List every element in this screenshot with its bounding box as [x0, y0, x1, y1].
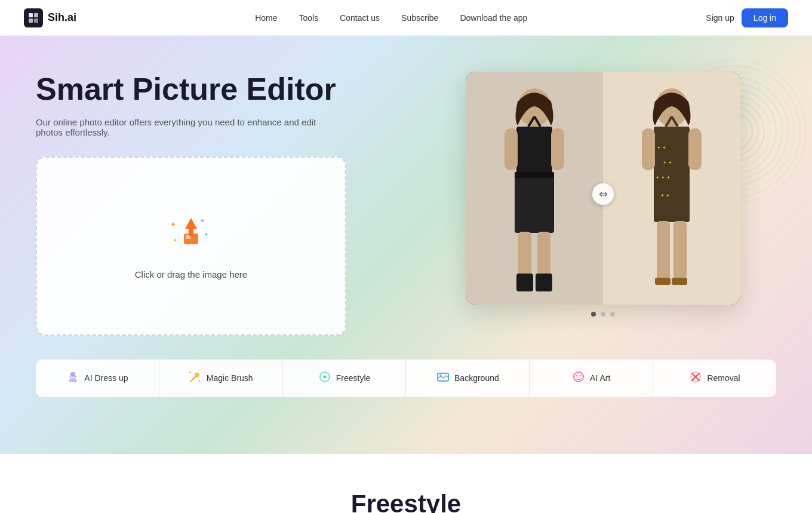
hero-subtitle: Our online photo editor offers everythin… — [36, 117, 322, 137]
svg-rect-33 — [516, 127, 552, 174]
svg-point-59 — [70, 372, 75, 377]
svg-rect-35 — [551, 128, 564, 170]
upload-prompt: Click or drag the image here — [135, 269, 247, 279]
svg-rect-37 — [515, 172, 554, 178]
tool-removal[interactable]: Removal — [653, 360, 776, 397]
comparison-left-image — [466, 72, 603, 305]
svg-text:✦ ✦ ✦: ✦ ✦ ✦ — [656, 175, 670, 180]
svg-rect-30 — [189, 226, 193, 236]
freestyle-icon — [318, 370, 331, 386]
hero-left: Smart Picture Editor Our online photo ed… — [36, 72, 346, 336]
svg-rect-39 — [537, 232, 550, 279]
svg-text:✦ ✦: ✦ ✦ — [660, 193, 670, 198]
magic-brush-icon: ✦ ✦ — [189, 370, 202, 386]
svg-rect-41 — [536, 274, 552, 291]
tool-ai-art[interactable]: AI Art — [530, 360, 653, 397]
svg-rect-52 — [688, 128, 702, 170]
svg-rect-56 — [672, 278, 687, 285]
svg-rect-55 — [655, 278, 670, 285]
svg-text:✦: ✦ — [204, 232, 208, 237]
nav-download[interactable]: Download the app — [460, 13, 527, 23]
svg-rect-46 — [654, 127, 690, 222]
freestyle-title: Freestyle — [36, 490, 776, 513]
svg-text:✦ ✦: ✦ ✦ — [663, 160, 672, 165]
svg-rect-2 — [29, 19, 33, 23]
nav-home[interactable]: Home — [255, 13, 277, 23]
tool-ai-dress-up[interactable]: AI Dress up — [36, 360, 159, 397]
navbar: Sih.ai Home Tools Contact us Subscribe D… — [0, 0, 812, 36]
svg-rect-3 — [34, 19, 38, 23]
nav-contact[interactable]: Contact us — [340, 13, 380, 23]
svg-rect-40 — [516, 274, 533, 291]
comparison-container: ✦ ✦ ✦ ✦ ✦ ✦ ✦ ✦ ✦ — [466, 72, 740, 305]
hero-title: Smart Picture Editor — [36, 72, 346, 107]
svg-point-64 — [324, 376, 326, 378]
carousel-dot-1[interactable] — [591, 312, 596, 317]
svg-text:✦: ✦ — [170, 220, 176, 229]
svg-rect-53 — [657, 221, 670, 281]
background-icon — [436, 370, 450, 386]
tool-freestyle-label: Freestyle — [336, 373, 371, 383]
tool-background-label: Background — [454, 373, 499, 383]
svg-point-69 — [580, 374, 582, 376]
nav-links: Home Tools Contact us Subscribe Download… — [255, 13, 527, 23]
carousel-dots — [466, 312, 740, 317]
svg-rect-54 — [673, 221, 687, 281]
tool-background[interactable]: Background — [406, 360, 530, 397]
log-in-button[interactable]: Log in — [742, 8, 788, 27]
removal-icon — [689, 370, 702, 386]
svg-point-67 — [574, 372, 583, 382]
hero-content: Smart Picture Editor Our online photo ed… — [36, 72, 776, 336]
svg-rect-36 — [515, 173, 554, 233]
svg-rect-38 — [518, 232, 531, 279]
nav-actions: Sign up Log in — [706, 8, 788, 27]
svg-text:✦: ✦ — [198, 379, 201, 383]
carousel-dot-2[interactable] — [601, 312, 605, 317]
svg-rect-1 — [34, 13, 38, 17]
tool-magic-brush[interactable]: ✦ ✦ Magic Brush — [159, 360, 283, 397]
logo-icon — [24, 8, 43, 27]
upload-icon: ✦ ✦ ✦ ✦ — [167, 212, 215, 260]
svg-text:✦ ✦: ✦ ✦ — [657, 145, 666, 150]
nav-tools[interactable]: Tools — [299, 13, 318, 23]
svg-rect-51 — [642, 128, 655, 170]
upload-box[interactable]: ✦ ✦ ✦ ✦ Click or drag the image here — [36, 156, 346, 336]
svg-point-68 — [576, 374, 578, 376]
tool-ai-art-label: AI Art — [590, 373, 610, 383]
sign-up-button[interactable]: Sign up — [706, 13, 734, 23]
tool-removal-label: Removal — [707, 373, 740, 383]
tool-ai-dress-up-label: AI Dress up — [84, 373, 128, 383]
freestyle-section: Freestyle — [0, 454, 812, 513]
svg-point-66 — [439, 374, 442, 377]
comparison-divider[interactable]: ⇔ — [592, 183, 614, 205]
ai-art-icon — [572, 370, 585, 386]
nav-subscribe[interactable]: Subscribe — [401, 13, 438, 23]
hero-section: // We'll do this in CSS/SVG inline — [0, 36, 812, 454]
comparison-right-image: ✦ ✦ ✦ ✦ ✦ ✦ ✦ ✦ ✦ — [603, 72, 740, 305]
ai-dress-up-icon — [66, 370, 79, 386]
tool-bar: AI Dress up ✦ ✦ Magic Brush F — [36, 360, 776, 397]
hero-right: ✦ ✦ ✦ ✦ ✦ ✦ ✦ ✦ ✦ — [466, 72, 740, 317]
logo-link[interactable]: Sih.ai — [24, 8, 76, 27]
carousel-dot-3[interactable] — [610, 312, 615, 317]
svg-rect-34 — [505, 128, 518, 170]
svg-text:✦: ✦ — [189, 371, 192, 374]
svg-point-60 — [195, 373, 199, 377]
tool-magic-brush-label: Magic Brush — [207, 373, 253, 383]
svg-rect-0 — [29, 13, 33, 17]
brand-name: Sih.ai — [48, 11, 76, 24]
svg-text:✦: ✦ — [200, 217, 205, 224]
svg-text:✦: ✦ — [173, 238, 177, 243]
tool-freestyle[interactable]: Freestyle — [283, 360, 407, 397]
